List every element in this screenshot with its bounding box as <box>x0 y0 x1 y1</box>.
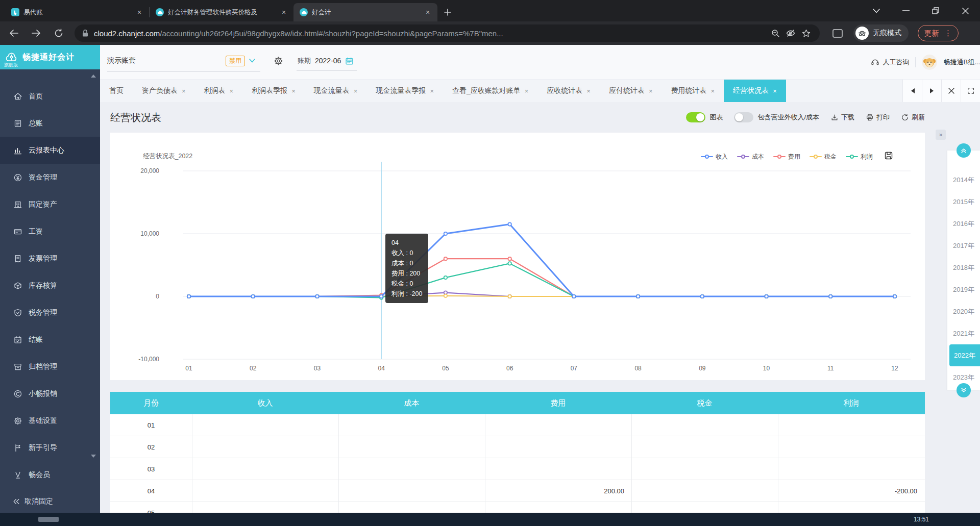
unpin-label: 取消固定 <box>24 497 53 506</box>
svg-text:06: 06 <box>506 365 513 372</box>
sidebar-item-salary[interactable]: 工资 <box>0 218 100 245</box>
year-item[interactable]: 2017年 <box>947 235 980 257</box>
browser-menu-icon[interactable]: ⋮ <box>944 29 952 38</box>
yidaizhang-favicon <box>11 8 19 16</box>
scrollbar-thumb[interactable] <box>38 517 59 522</box>
account-selector[interactable]: 演示账套 禁用 <box>107 53 260 72</box>
reload-icon[interactable] <box>50 24 67 42</box>
support-button[interactable]: 人工咨询 <box>871 58 909 67</box>
browser-tab-2[interactable]: 好会计财务管理软件购买价格及 × <box>150 3 293 21</box>
year-item[interactable]: 2019年 <box>947 279 980 300</box>
report-tab[interactable]: 资产负债表× <box>133 80 195 102</box>
forward-icon[interactable] <box>28 24 45 42</box>
collapse-panel-icon[interactable]: » <box>936 130 946 140</box>
tab-close-icon[interactable]: × <box>430 87 434 95</box>
sidebar-item-home[interactable]: 首页 <box>0 83 100 110</box>
minimize-icon[interactable] <box>891 0 921 21</box>
report-tab[interactable]: 费用统计表× <box>662 80 724 102</box>
sidebar-item-general-ledger[interactable]: 总账 <box>0 110 100 137</box>
report-tab-home[interactable]: 首页 <box>100 80 133 102</box>
tab-close-icon[interactable]: × <box>182 87 186 95</box>
back-icon[interactable] <box>5 24 22 42</box>
browser-tab-3[interactable]: 好会计 × <box>293 3 437 21</box>
user-name[interactable]: 畅捷通B组... <box>943 58 980 67</box>
side-panel-icon[interactable] <box>829 24 846 42</box>
report-tab[interactable]: 利润表季报× <box>242 80 305 102</box>
sidebar-item-member[interactable]: 畅会员 <box>0 461 100 488</box>
report-tab[interactable]: 利润表× <box>195 80 243 102</box>
tab-close-icon[interactable]: × <box>354 87 358 95</box>
scroll-tabs-right-icon[interactable] <box>922 80 941 102</box>
update-button[interactable]: 更新 ⋮ <box>918 25 959 41</box>
toggle-on-switch[interactable] <box>686 112 705 122</box>
close-window-icon[interactable] <box>950 0 980 21</box>
period-picker[interactable]: 账期 2022-06 <box>297 53 357 71</box>
year-item[interactable]: 2014年 <box>947 169 980 191</box>
refresh-button[interactable]: 刷新 <box>901 113 925 122</box>
tab-close-icon[interactable]: × <box>711 87 715 95</box>
tab-close-icon[interactable]: × <box>423 8 432 17</box>
year-item-selected[interactable]: 2022年 <box>949 344 980 366</box>
include-nonoperating-toggle[interactable]: 包含营业外收入/成本 <box>734 112 819 122</box>
tab-close-icon[interactable]: × <box>230 87 234 95</box>
report-tab[interactable]: 应付统计表× <box>600 80 662 102</box>
years-scroll-down-button[interactable] <box>957 383 971 397</box>
year-item[interactable]: 2020年 <box>947 300 980 322</box>
chart-toggle-label: 图表 <box>709 113 723 122</box>
user-avatar[interactable] <box>922 55 937 70</box>
tab-close-icon[interactable]: × <box>279 8 288 17</box>
report-tab[interactable]: 查看_应收账款对账单× <box>443 80 537 102</box>
sidebar-item-settings[interactable]: 基础设置 <box>0 407 100 434</box>
report-tab[interactable]: 现金流量表× <box>305 80 367 102</box>
svg-text:08: 08 <box>634 365 642 372</box>
account-settings-button[interactable] <box>274 56 283 68</box>
sidebar-item-reimburse[interactable]: 小畅报销 <box>0 380 100 407</box>
year-item[interactable]: 2021年 <box>947 322 980 344</box>
report-tab[interactable]: 应收统计表× <box>537 80 600 102</box>
sidebar-item-fixed-assets[interactable]: 固定资产 <box>0 191 100 218</box>
report-tabstrip: 首页 资产负债表× 利润表× 利润表季报× 现金流量表× 现金流量表季报× 查看… <box>100 80 980 102</box>
browser-tab-1[interactable]: 易代账 × <box>5 3 149 21</box>
years-scroll-up-button[interactable] <box>957 143 971 158</box>
toggle-off-switch[interactable] <box>734 112 753 122</box>
tab-search-chevron-icon[interactable] <box>862 0 891 21</box>
title-row: 经营状况表 图表 包含营业外收入/成本 下载 <box>110 102 925 133</box>
bookmark-star-icon[interactable] <box>798 26 814 41</box>
tab-close-icon[interactable]: × <box>586 87 591 95</box>
sidebar-item-archive[interactable]: 归档管理 <box>0 353 100 380</box>
year-item[interactable]: 2015年 <box>947 191 980 213</box>
sidebar-scroll-down-icon[interactable] <box>91 455 96 458</box>
close-all-tabs-icon[interactable] <box>941 80 961 102</box>
tab-close-icon[interactable]: × <box>135 8 144 17</box>
report-tab[interactable]: 现金流量表季报× <box>366 80 443 102</box>
sidebar-item-inventory[interactable]: 库存核算 <box>0 272 100 299</box>
restore-icon[interactable] <box>921 0 950 21</box>
tab-close-icon[interactable]: × <box>291 87 296 95</box>
year-item[interactable]: 2016年 <box>947 213 980 235</box>
sidebar-item-tax[interactable]: 税务管理 <box>0 299 100 326</box>
sidebar-scroll-up-icon[interactable] <box>91 74 96 78</box>
sidebar-item-closing[interactable]: 结账 <box>0 326 100 353</box>
svg-text:10: 10 <box>763 365 770 372</box>
tab-close-icon[interactable]: × <box>525 87 529 95</box>
fullscreen-icon[interactable] <box>961 80 980 102</box>
new-tab-button[interactable] <box>440 5 455 19</box>
sidebar-item-cloud-reports[interactable]: 云报表中心 <box>0 137 100 164</box>
download-button[interactable]: 下载 <box>830 113 854 122</box>
eye-off-icon[interactable] <box>783 26 798 41</box>
sidebar-item-funds[interactable]: 资金管理 <box>0 164 100 191</box>
year-item[interactable]: 2018年 <box>947 257 980 279</box>
scroll-tabs-left-icon[interactable] <box>902 80 922 102</box>
sidebar-unpin-button[interactable]: 取消固定 <box>0 490 100 513</box>
logo-edition-label: 旗舰版 <box>4 62 18 68</box>
tab-close-icon[interactable]: × <box>773 87 777 95</box>
url-bar[interactable]: cloud2.chanjet.com/accounting/uh26t264j5… <box>75 24 820 42</box>
print-button[interactable]: 打印 <box>866 113 890 122</box>
chart-toggle[interactable]: 图表 <box>686 112 723 122</box>
sidebar-item-guide[interactable]: 新手引导 <box>0 434 100 461</box>
zoom-out-icon[interactable] <box>768 26 783 41</box>
tab-close-icon[interactable]: × <box>649 87 653 95</box>
report-tab-active[interactable]: 经营状况表× <box>724 80 786 102</box>
sidebar-item-invoices[interactable]: 发票管理 <box>0 245 100 272</box>
chevron-down-icon[interactable] <box>249 59 255 63</box>
